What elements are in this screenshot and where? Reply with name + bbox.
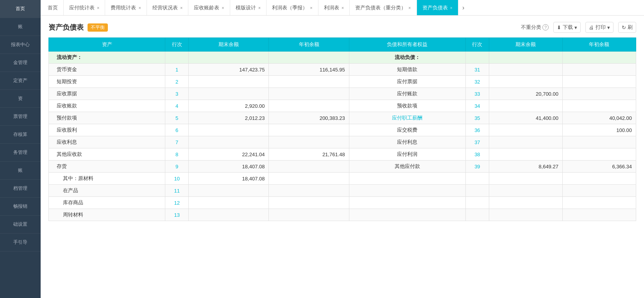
table-row: 存货 9 18,407.08 其他应付款 39 8,649.27 6,366.3… xyxy=(49,161,636,173)
table-row: 库存商品 12 xyxy=(49,197,636,209)
tab-expense-stats[interactable]: 费用统计表 × xyxy=(105,0,147,16)
tab-receivable-aging[interactable]: 应收账龄表 × xyxy=(188,0,230,16)
download-button[interactable]: ⬇ 下载 ▾ xyxy=(553,22,581,33)
table-row: 应收股利 6 应交税费 36 100.00 xyxy=(49,124,636,136)
tab-home[interactable]: 首页 xyxy=(42,0,64,16)
close-tab-profit-quarterly[interactable]: × xyxy=(310,5,312,10)
close-tab-profit[interactable]: × xyxy=(342,5,344,10)
sidebar-item-expenses[interactable]: 畅报销 xyxy=(0,198,41,216)
dropdown-arrow-icon: ▾ xyxy=(574,25,577,30)
download-icon: ⬇ xyxy=(557,25,561,30)
table-row: 应收票据 3 应付账款 33 20,700.00 xyxy=(49,88,636,100)
header-assets: 资产 xyxy=(49,38,165,52)
close-tab-balance-reclassified[interactable]: × xyxy=(408,5,411,10)
close-tab-expense-stats[interactable]: × xyxy=(138,5,141,10)
header-row-num-right: 行次 xyxy=(465,38,489,52)
help-icon[interactable]: ? xyxy=(542,24,549,30)
table-row: 应收利息 7 应付利息 37 xyxy=(49,136,636,148)
print-button[interactable]: 🖨 打印 ▾ xyxy=(585,22,614,33)
print-icon: 🖨 xyxy=(589,25,594,30)
header-end-balance-left: 期末余额 xyxy=(189,38,269,52)
tab-balance-reclassified[interactable]: 资产负债表（重分类） × xyxy=(350,0,417,16)
section-label-liabilities: 流动负债： xyxy=(349,52,465,64)
sidebar-item-settings[interactable]: 础设置 xyxy=(0,216,41,234)
print-dropdown-icon: ▾ xyxy=(607,25,610,30)
close-tab-business-status[interactable]: × xyxy=(180,5,182,10)
sidebar: 首页 账 报表中心 金管理 定资产 资 票管理 存核算 务管理 账 档管理 畅报… xyxy=(0,0,41,298)
close-tab-template-design[interactable]: × xyxy=(258,5,261,10)
table-row: 预付款项 5 2,012.23 200,383.23 应付职工薪酬 35 41,… xyxy=(49,112,636,124)
page-title: 资产负债表 xyxy=(48,23,84,32)
tab-business-status[interactable]: 经营状况表 × xyxy=(147,0,188,16)
sidebar-item-inventory[interactable]: 存核算 xyxy=(0,126,41,144)
close-tab-payable-stats[interactable]: × xyxy=(97,5,99,10)
table-row: 应收账款 4 2,920.00 预收款项 34 xyxy=(49,100,636,112)
page-title-area: 资产负债表 不平衡 xyxy=(48,23,108,32)
close-tab-balance-sheet[interactable]: × xyxy=(450,5,453,10)
section-current-assets: 流动资产： 流动负债： xyxy=(49,52,636,64)
no-reclassify-toggle[interactable]: 不重分类 ? xyxy=(521,24,549,31)
sidebar-item-accounts[interactable]: 账 xyxy=(0,18,41,36)
balance-badge: 不平衡 xyxy=(88,23,108,32)
sidebar-item-cash[interactable]: 金管理 xyxy=(0,54,41,72)
sidebar-item-ledger[interactable]: 账 xyxy=(0,162,41,180)
table-row: 其他应收款 8 22,241.04 21,761.48 应付利润 38 xyxy=(49,148,636,161)
tab-template-design[interactable]: 模版设计 × xyxy=(230,0,267,16)
sidebar-item-fixed-assets[interactable]: 定资产 xyxy=(0,72,41,90)
sidebar-item-archives[interactable]: 档管理 xyxy=(0,180,41,198)
tab-balance-sheet[interactable]: 资产负债表 × xyxy=(417,0,458,16)
table-row: 其中：原材料 10 18,407.08 xyxy=(49,173,636,185)
toolbar-right: 不重分类 ? ⬇ 下载 ▾ 🖨 打印 ▾ ↻ 刷 xyxy=(521,22,636,33)
close-tab-receivable-aging[interactable]: × xyxy=(222,5,224,10)
sidebar-item-investment[interactable]: 资 xyxy=(0,90,41,108)
sidebar-item-tax[interactable]: 务管理 xyxy=(0,144,41,162)
header-start-balance-left: 年初余额 xyxy=(269,38,349,52)
header-end-balance-right: 期末余额 xyxy=(489,38,562,52)
sidebar-item-reports[interactable]: 报表中心 xyxy=(0,36,41,54)
main-area: 首页 应付统计表 × 费用统计表 × 经营状况表 × 应收账龄表 × 模版设计 … xyxy=(41,0,644,298)
sidebar-item-guide[interactable]: 手引导 xyxy=(0,234,41,252)
content-area: 资产负债表 不平衡 不重分类 ? ⬇ 下载 ▾ 🖨 打印 ▾ xyxy=(41,16,644,298)
table-row: 在产品 11 xyxy=(49,185,636,197)
page-header: 资产负债表 不平衡 不重分类 ? ⬇ 下载 ▾ 🖨 打印 ▾ xyxy=(48,22,636,33)
report-table: 资产 行次 期末余额 年初余额 负债和所有者权益 行次 期末余额 年初余额 流动… xyxy=(48,37,636,221)
header-liabilities: 负债和所有者权益 xyxy=(349,38,465,52)
sidebar-item-home[interactable]: 首页 xyxy=(0,0,41,18)
refresh-button[interactable]: ↻ 刷 xyxy=(618,22,636,33)
table-row: 周转材料 13 xyxy=(49,209,636,221)
section-label-assets: 流动资产： xyxy=(49,52,165,64)
refresh-icon: ↻ xyxy=(622,25,626,30)
header-start-balance-right: 年初余额 xyxy=(562,38,636,52)
tab-profit-quarterly[interactable]: 利润表（季报） × xyxy=(267,0,318,16)
table-row: 短期投资 2 应付票据 32 xyxy=(49,76,636,88)
tab-scroll-right[interactable]: › xyxy=(458,4,468,11)
tab-profit[interactable]: 利润表 × xyxy=(318,0,350,16)
tab-payable-stats[interactable]: 应付统计表 × xyxy=(64,0,105,16)
header-row-num-left: 行次 xyxy=(165,38,189,52)
table-row: 货币资金 1 147,423.75 116,145.95 短期借款 31 xyxy=(49,64,636,76)
sidebar-item-tickets[interactable]: 票管理 xyxy=(0,108,41,126)
tab-bar: 首页 应付统计表 × 费用统计表 × 经营状况表 × 应收账龄表 × 模版设计 … xyxy=(41,0,644,16)
